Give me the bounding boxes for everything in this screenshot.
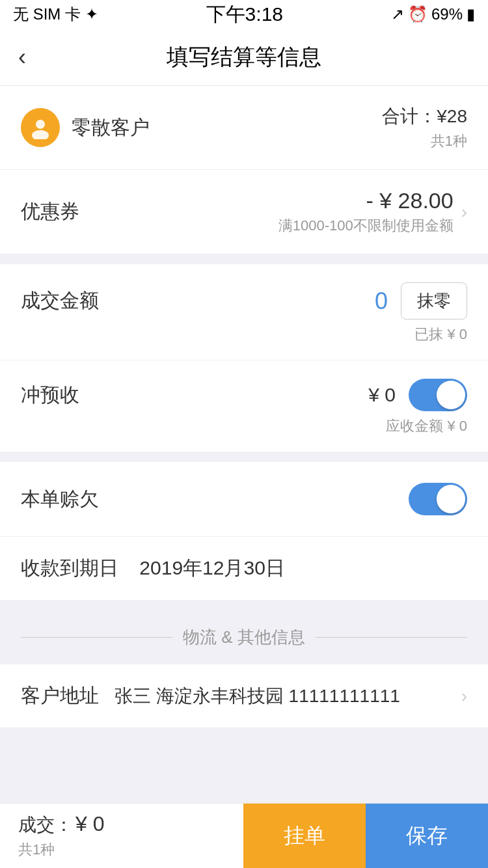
bottom-bar: 成交： ¥ 0 共1种 挂单 保存 — [0, 803, 488, 868]
total-amount: 合计：¥28 — [382, 104, 467, 129]
prepay-amount: ¥ 0 — [368, 384, 396, 406]
prepay-label: 冲预收 — [21, 382, 79, 409]
customer-info: 零散客户 — [21, 108, 150, 147]
page-title: 填写结算等信息 — [167, 42, 321, 72]
coupon-right: - ¥ 28.00 满1000-100不限制使用金额 › — [278, 188, 467, 236]
address-value: 张三 海淀永丰科技园 11111111111 — [115, 684, 461, 709]
prepay-sub: 应收金额 ¥ 0 — [0, 416, 488, 452]
back-button[interactable]: ‹ — [18, 44, 26, 71]
sim-status: 无 SIM 卡 ✦ — [13, 4, 98, 25]
address-label: 客户地址 — [21, 683, 99, 709]
chevron-right-icon: › — [461, 202, 467, 223]
nav-bar: ‹ 填写结算等信息 — [0, 29, 488, 86]
deal-amount: ¥ 0 — [75, 812, 104, 836]
debt-label: 本单赊欠 — [21, 486, 99, 513]
transaction-right: 0 抹零 — [375, 282, 467, 319]
debt-toggle[interactable] — [409, 483, 467, 515]
address-section: 客户地址 张三 海淀永丰科技园 11111111111 › — [0, 664, 488, 727]
debt-row: 本单赊欠 — [0, 462, 488, 536]
transaction-row: 成交金额 0 抹零 — [0, 264, 488, 325]
bottom-deal-line: 成交： ¥ 0 — [18, 812, 225, 837]
svg-point-0 — [36, 120, 45, 129]
debt-section: 本单赊欠 收款到期日 2019年12月30日 — [0, 462, 488, 600]
logistics-section: 物流 & 其他信息 — [0, 610, 488, 664]
status-right: ↗ ⏰ 69% ▮ — [391, 5, 475, 23]
status-bar: 无 SIM 卡 ✦ 下午3:18 ↗ ⏰ 69% ▮ — [0, 0, 488, 29]
avatar — [21, 108, 60, 147]
status-time: 下午3:18 — [206, 1, 283, 28]
divider-left — [21, 637, 172, 638]
logistics-header: 物流 & 其他信息 — [0, 610, 488, 664]
divider-right — [316, 637, 467, 638]
transaction-section: 成交金额 0 抹零 已抹 ¥ 0 冲预收 ¥ 0 应收金额 ¥ 0 — [0, 264, 488, 452]
coupon-row[interactable]: 优惠券 - ¥ 28.00 满1000-100不限制使用金额 › — [0, 169, 488, 254]
battery-icon: ▮ — [467, 5, 475, 23]
prepay-toggle[interactable] — [409, 379, 467, 411]
due-date-label: 收款到期日 — [21, 557, 118, 578]
bottom-summary: 成交： ¥ 0 共1种 — [0, 804, 243, 868]
pending-button[interactable]: 挂单 — [243, 804, 366, 868]
coupon-desc: 满1000-100不限制使用金额 — [278, 216, 454, 236]
customer-name: 零散客户 — [72, 115, 150, 141]
coupon-label: 优惠券 — [21, 198, 79, 225]
customer-row: 零散客户 合计：¥28 共1种 — [0, 86, 488, 169]
bottom-count: 共1种 — [18, 840, 225, 860]
transaction-label: 成交金额 — [21, 288, 99, 314]
prepay-right: ¥ 0 — [368, 379, 467, 411]
coupon-detail: - ¥ 28.00 满1000-100不限制使用金额 — [278, 188, 454, 236]
empty-space — [0, 727, 488, 806]
logistics-label: 物流 & 其他信息 — [183, 626, 305, 649]
save-button[interactable]: 保存 — [366, 804, 488, 868]
alarm-icon: ⏰ — [408, 5, 427, 23]
due-date-row: 收款到期日 2019年12月30日 — [0, 536, 488, 600]
prepay-row: 冲预收 ¥ 0 — [0, 360, 488, 416]
status-left: 无 SIM 卡 ✦ — [13, 4, 98, 25]
customer-section: 零散客户 合计：¥28 共1种 优惠券 - ¥ 28.00 满1000-100不… — [0, 86, 488, 254]
location-icon: ↗ — [391, 5, 404, 23]
battery-level: 69% — [431, 5, 463, 23]
debt-toggle-knob — [437, 485, 465, 513]
coupon-amount: - ¥ 28.00 — [278, 188, 454, 213]
toggle-knob — [437, 381, 465, 409]
address-chevron-icon: › — [461, 686, 467, 707]
customer-total: 合计：¥28 共1种 — [382, 104, 467, 151]
round-button[interactable]: 抹零 — [401, 282, 467, 319]
due-date-value: 2019年12月30日 — [139, 557, 284, 578]
svg-point-1 — [32, 130, 49, 139]
total-count: 共1种 — [382, 131, 467, 151]
transaction-value: 0 — [375, 288, 388, 315]
deal-label: 成交： — [18, 813, 73, 837]
address-row[interactable]: 客户地址 张三 海淀永丰科技园 11111111111 › — [0, 664, 488, 727]
transaction-sub: 已抹 ¥ 0 — [0, 325, 488, 360]
